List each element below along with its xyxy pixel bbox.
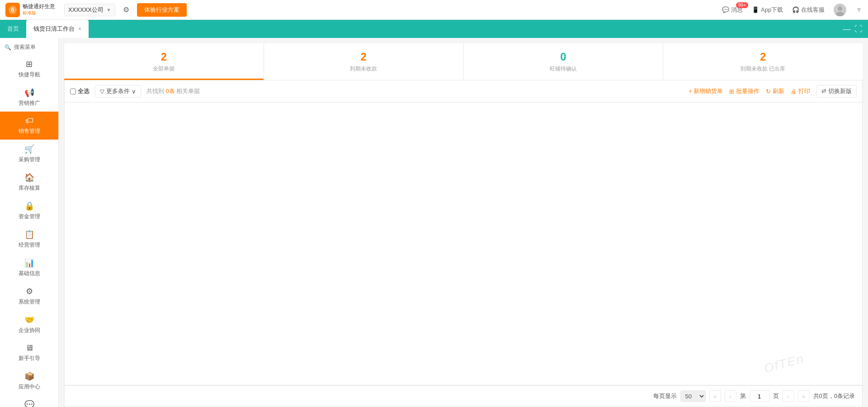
batch-op-button[interactable]: ⊞ 批量操作 [729, 87, 760, 95]
tab-bar: 首页 钱货日清工作台 × — ⛶ [0, 20, 868, 38]
service-icon: 🎧 [792, 6, 799, 13]
sidebar-item-purchase[interactable]: 🛒 采购管理 [0, 140, 58, 168]
company-selector[interactable]: XXXXXX公司 ▼ [64, 4, 115, 16]
sidebar-label-operations: 经营管理 [19, 241, 40, 249]
sidebar-label-system: 系统管理 [19, 298, 40, 306]
sidebar-label-marketing: 营销推广 [19, 99, 40, 107]
sidebar-item-finance[interactable]: 🔒 资金管理 [0, 196, 58, 225]
inventory-icon: 🏠 [24, 173, 34, 182]
svg-text:6: 6 [11, 7, 14, 13]
sidebar-label-basic-info: 基础信息 [19, 270, 40, 277]
sidebar-item-system[interactable]: ⚙ 系统管理 [0, 282, 58, 310]
print-button[interactable]: 🖨 打印 [791, 87, 810, 95]
main-layout: 🔍 搜索菜单 ⊞ 快捷导航 📢 营销推广 🏷 销售管理 🛒 采购管理 🏠 库存核… [0, 38, 868, 407]
stat-overdue-unpaid[interactable]: 2 到期未收款 [264, 43, 464, 80]
avatar[interactable] [834, 4, 846, 16]
header-right: 💬 消息 99+ 📱 App下载 🎧 在线客服 ▼ [722, 4, 863, 16]
trial-button[interactable]: 体验行业方案 [137, 3, 187, 17]
sidebar-label-cooperation: 企业协同 [19, 327, 40, 334]
toolbar: 全选 ▽ 更多条件 ∨ 共找到 0条 相关单据 + 新增销货单 ⊞ 批量操作 ↻… [64, 80, 863, 103]
sidebar-item-sales[interactable]: 🏷 销售管理 [0, 112, 58, 140]
sidebar-item-quick-nav[interactable]: ⊞ 快捷导航 [0, 55, 58, 83]
chevron-down-icon: ▼ [106, 7, 111, 13]
sidebar-item-inventory[interactable]: 🏠 库存核算 [0, 168, 58, 196]
select-all-area[interactable]: 全选 [70, 87, 90, 95]
app-center-icon: 📦 [24, 371, 34, 381]
stat-overdue-unshipped-count: 2 [672, 51, 854, 63]
stat-overdue-unshipped[interactable]: 2 到期未收款 已出库 [663, 43, 863, 80]
content-area: 2 全部单据 2 到期未收款 0 旺辅待确认 2 到期未收款 已出库 全选 [59, 38, 868, 407]
sidebar-item-app-center[interactable]: 📦 应用中心 [0, 367, 58, 395]
stat-pending-confirm[interactable]: 0 旺辅待确认 [464, 43, 664, 80]
sidebar-item-operations[interactable]: 📋 经营管理 [0, 225, 58, 253]
stat-overdue-unshipped-label: 到期未收款 已出库 [672, 65, 854, 73]
select-all-label: 全选 [78, 87, 90, 95]
sidebar-item-guide[interactable]: 🖥 新手引导 [0, 339, 58, 367]
filter-label: 更多条件 [106, 87, 130, 95]
per-page-select[interactable]: 50 10 20 100 [680, 390, 706, 402]
wechat-icon: 💬 [24, 400, 34, 407]
prev-page-button[interactable]: ‹ [725, 390, 736, 402]
found-count: 0条 [166, 88, 175, 94]
select-all-checkbox[interactable] [70, 89, 76, 94]
online-service-label: 在线客服 [801, 6, 825, 14]
top-header: 6 畅捷通好生意 标准版 XXXXXX公司 ▼ ⚙ 体验行业方案 💬 消息 99… [0, 0, 868, 20]
sidebar-label-app-center: 应用中心 [19, 383, 40, 391]
chevron-filter-icon: ∨ [132, 88, 136, 95]
basic-info-icon: 📊 [24, 258, 34, 268]
tab-home-label: 首页 [7, 25, 19, 33]
marketing-icon: 📢 [24, 88, 34, 98]
tab-minimize-button[interactable]: — [843, 24, 851, 34]
app-download-label: App下载 [761, 6, 783, 14]
last-page-button[interactable]: » [798, 390, 810, 402]
next-page-button[interactable]: › [783, 390, 794, 402]
sidebar: 🔍 搜索菜单 ⊞ 快捷导航 📢 营销推广 🏷 销售管理 🛒 采购管理 🏠 库存核… [0, 38, 59, 407]
sidebar-label-purchase: 采购管理 [19, 156, 40, 164]
system-icon: ⚙ [26, 286, 33, 296]
purchase-icon: 🛒 [24, 144, 34, 154]
toolbar-right: + 新增销货单 ⊞ 批量操作 ↻ 刷新 🖨 打印 ⇄ 切换新版 [689, 85, 857, 98]
settings-button[interactable]: ⚙ [119, 3, 133, 17]
first-page-button[interactable]: « [709, 390, 721, 402]
print-icon: 🖨 [791, 88, 797, 95]
sidebar-item-cooperation[interactable]: 🤝 企业协同 [0, 310, 58, 339]
filter-button[interactable]: ▽ 更多条件 ∨ [95, 85, 141, 98]
pagination: 每页显示 50 10 20 100 « ‹ 第 页 › » 共0页，0条记录 [64, 385, 863, 407]
stat-all-orders[interactable]: 2 全部单据 [64, 43, 264, 80]
switch-version-button[interactable]: ⇄ 切换新版 [816, 85, 857, 98]
sidebar-item-basic-info[interactable]: 📊 基础信息 [0, 253, 58, 282]
switch-label: 切换新版 [828, 88, 852, 94]
page-suffix: 页 [773, 392, 779, 400]
sidebar-label-inventory: 库存核算 [19, 184, 40, 192]
add-order-button[interactable]: + 新增销货单 [689, 87, 723, 95]
print-label: 打印 [798, 87, 810, 95]
sidebar-item-wechat[interactable]: 💬 企业微信 [0, 395, 58, 407]
cooperation-icon: 🤝 [24, 315, 34, 325]
found-text: 共找到 0条 相关单据 [146, 87, 200, 95]
stat-overdue-unpaid-count: 2 [273, 51, 454, 63]
sidebar-search[interactable]: 🔍 搜索菜单 [0, 40, 58, 55]
messages-badge: 99+ [736, 2, 748, 8]
online-service-button[interactable]: 🎧 在线客服 [792, 6, 825, 14]
tab-home[interactable]: 首页 [0, 20, 26, 38]
sidebar-label-quick-nav: 快捷导航 [19, 71, 40, 79]
tab-maximize-button[interactable]: ⛶ [854, 24, 863, 34]
tab-bar-right: — ⛶ [843, 24, 868, 34]
logo-area: 6 畅捷通好生意 标准版 [5, 3, 64, 17]
message-icon: 💬 [722, 6, 729, 13]
sidebar-item-marketing[interactable]: 📢 营销推广 [0, 83, 58, 112]
refresh-button[interactable]: ↻ 刷新 [766, 87, 784, 95]
user-name[interactable]: ▼ [855, 6, 863, 14]
stat-all-orders-count: 2 [73, 51, 255, 63]
sales-icon: 🏷 [25, 116, 33, 126]
page-input[interactable] [750, 390, 769, 402]
tab-workbench[interactable]: 钱货日清工作台 × [26, 20, 89, 38]
tab-close-icon[interactable]: × [78, 26, 81, 32]
app-name: 畅捷通好生意 [23, 3, 55, 10]
sidebar-label-sales: 销售管理 [19, 127, 40, 135]
app-download-button[interactable]: 📱 App下载 [752, 6, 783, 14]
messages-button[interactable]: 💬 消息 99+ [722, 6, 743, 14]
stats-bar: 2 全部单据 2 到期未收款 0 旺辅待确认 2 到期未收款 已出库 [64, 43, 863, 80]
stat-all-orders-label: 全部单据 [73, 65, 255, 73]
app-tag: 标准版 [23, 10, 55, 16]
